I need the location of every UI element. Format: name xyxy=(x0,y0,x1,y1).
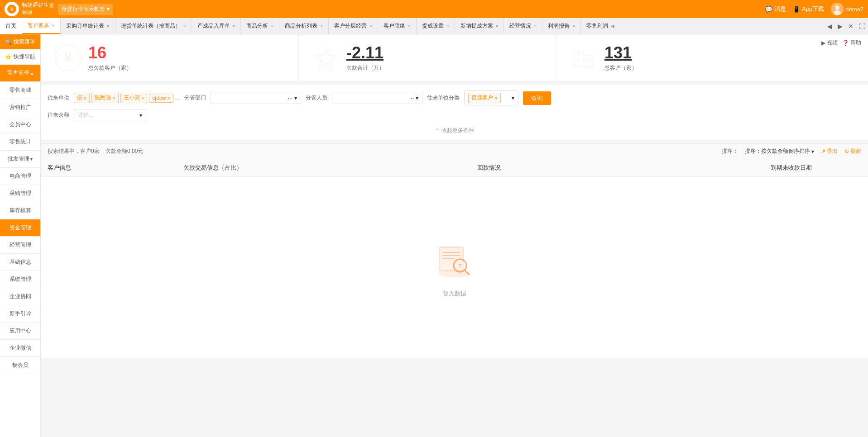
svg-point-7 xyxy=(321,52,331,63)
remove-tag-wang[interactable]: × xyxy=(141,95,144,101)
sidebar-item-basic-info[interactable]: 基础信息 xyxy=(0,254,40,271)
sort-label: 排序： xyxy=(722,147,738,155)
tab-retail-profit[interactable]: 零售利润 ◀ xyxy=(581,18,620,34)
collapse-button[interactable]: ⌃ 收起更多条件 xyxy=(435,127,474,134)
sidebar-item-retail-stats[interactable]: 零售统计 xyxy=(0,133,40,151)
refresh-icon: ↻ xyxy=(844,148,849,155)
sidebar-item-new-guide[interactable]: 新手引导 xyxy=(0,305,40,323)
sidebar-item-retail-mall[interactable]: 零售商城 xyxy=(0,82,40,99)
filter-row-2: 往来余额 选择... ▾ xyxy=(48,109,861,121)
tab-customer-ledger[interactable]: 客户账本 × xyxy=(22,18,61,34)
unit-category-label: 往来单位分类 xyxy=(427,94,460,102)
tab-home[interactable]: 首页 xyxy=(0,18,22,34)
yuan-circle-icon: ¥ xyxy=(54,44,82,71)
filter-tag-wu: 伍 × xyxy=(74,93,90,103)
remaining-select[interactable]: 选择... ▾ xyxy=(74,109,146,121)
sidebar-item-ecommerce[interactable]: 电商管理 xyxy=(0,168,40,185)
query-button[interactable]: 查询 xyxy=(523,91,551,105)
sidebar-item-inventory[interactable]: 库存核算 xyxy=(0,202,40,219)
export-icon: ↗ xyxy=(821,148,825,155)
svg-rect-11 xyxy=(577,58,580,60)
result-summary: 搜索结果中，客户0家 欠款金额0.00元 xyxy=(48,147,143,155)
close-tab-icon[interactable]: × xyxy=(52,23,55,28)
filter-tags: 伍 × 陈民强 × 王小亮 × cjttcw × ... xyxy=(74,93,180,103)
close-tab-icon[interactable]: × xyxy=(320,24,323,28)
close-tab-icon[interactable]: × xyxy=(271,24,273,28)
division-person-label: 分管人员 xyxy=(306,94,327,102)
svg-text:¥: ¥ xyxy=(10,6,14,12)
sidebar-item-marketing[interactable]: 营销推广 xyxy=(0,99,40,116)
sidebar-quick-nav[interactable]: ⭐ 快捷导航 xyxy=(0,49,40,65)
sidebar-item-enterprise-collab[interactable]: 企业协同 xyxy=(0,288,40,305)
sidebar-item-member-center[interactable]: 会员中心 xyxy=(0,116,40,133)
close-tab-icon[interactable]: × xyxy=(233,24,235,28)
tab-business-situation[interactable]: 经营情况 × xyxy=(504,18,542,34)
division-dept-label: 分管部门 xyxy=(184,94,206,102)
tab-product-analysis[interactable]: 商品分析 × xyxy=(241,18,279,34)
tab-profit-report[interactable]: 利润报告 × xyxy=(542,18,581,34)
tab-purchase-stats-by-product[interactable]: 进货单统计表（按商品） × xyxy=(115,18,192,34)
close-tab-icon[interactable]: × xyxy=(446,24,449,28)
division-dept-select[interactable]: ··· ▾ xyxy=(211,92,301,104)
sidebar-item-operations[interactable]: 经营管理 xyxy=(0,237,40,254)
tab-customer-contact[interactable]: 客户联络 × xyxy=(378,18,417,34)
sidebar: 🔍 搜索菜单 ⭐ 快捷导航 零售管理 ▴ 零售商城 营销推广 会员中心 零售统计… xyxy=(0,34,41,437)
close-tab-icon[interactable]: × xyxy=(107,24,110,28)
table-container: 客户信息 欠款交易信息（占比） 回款情况 到期未收款日期 xyxy=(41,159,868,358)
nav-maximize[interactable]: ⛶ xyxy=(856,23,868,30)
remove-category-tag[interactable]: × xyxy=(494,95,498,101)
svg-text:¥: ¥ xyxy=(64,50,72,64)
sidebar-item-system[interactable]: 系统管理 xyxy=(0,271,40,288)
tab-add-commission[interactable]: 新增提成方案 × xyxy=(455,18,504,34)
close-tab-icon[interactable]: × xyxy=(183,24,186,28)
close-tab-icon[interactable]: × xyxy=(572,24,575,28)
nav-left-arrow[interactable]: ◀ xyxy=(825,23,835,30)
app-download-btn[interactable]: 📱 App下载 xyxy=(793,5,824,13)
empty-text: 暂无数据 xyxy=(443,290,466,298)
company-selector[interactable]: 母婴行业演示帐套 ▾ xyxy=(58,4,113,15)
sidebar-item-wholesale[interactable]: 批发管理 ▾ xyxy=(0,151,40,168)
remaining-label: 往来余额 xyxy=(48,111,69,119)
stat-value-customers: 16 xyxy=(88,43,285,62)
tab-purchase-order-stats[interactable]: 采购订单统计表 × xyxy=(61,18,115,34)
close-tab-icon[interactable]: ◀ xyxy=(611,24,614,28)
filter-tag-wang: 王小亮 × xyxy=(120,93,147,103)
refresh-button[interactable]: ↻ 刷新 xyxy=(844,147,861,155)
tab-customer-segment[interactable]: 客户分层经营 × xyxy=(329,18,378,34)
division-person-select[interactable]: ··· ▾ xyxy=(332,92,422,104)
sort-select[interactable]: 排序：按欠款金额倒序排序 ▾ xyxy=(745,147,814,155)
sidebar-item-retail-management[interactable]: 零售管理 ▴ xyxy=(0,65,40,82)
remove-tag-wu[interactable]: × xyxy=(84,95,86,101)
avatar xyxy=(831,3,844,15)
sidebar-item-purchase[interactable]: 采购管理 xyxy=(0,185,40,202)
sidebar-item-finance[interactable]: 资金管理 xyxy=(0,219,40,237)
sidebar-item-member[interactable]: 畅会员 xyxy=(0,357,40,374)
tab-commission-settings[interactable]: 提成设置 × xyxy=(417,18,455,34)
stat-label-debt: 欠款合计（万） xyxy=(346,64,543,72)
remove-tag-cjttcw[interactable]: × xyxy=(167,95,170,101)
video-link[interactable]: ▶ 视频 xyxy=(821,39,838,47)
sidebar-item-enterprise-wechat[interactable]: 企业微信 xyxy=(0,340,40,357)
nav-close-all[interactable]: ✕ xyxy=(845,23,856,30)
user-menu[interactable]: demo2 xyxy=(831,3,863,15)
close-tab-icon[interactable]: × xyxy=(369,24,372,28)
tab-product-analysis-list[interactable]: 商品分析列表 × xyxy=(279,18,329,34)
close-tab-icon[interactable]: × xyxy=(408,24,411,28)
stat-info-debt: -2.11 欠款合计（万） xyxy=(346,43,543,72)
svg-point-3 xyxy=(835,5,839,10)
nav-right-arrow[interactable]: ▶ xyxy=(835,23,845,30)
filter-tag-chen: 陈民强 × xyxy=(91,93,118,103)
sidebar-item-app-center[interactable]: 应用中心 xyxy=(0,323,40,340)
close-tab-icon[interactable]: × xyxy=(534,24,537,28)
sidebar-search[interactable]: 🔍 搜索菜单 xyxy=(0,34,40,49)
close-tab-icon[interactable]: × xyxy=(496,24,499,28)
result-bar: 搜索结果中，客户0家 欠款金额0.00元 排序： 排序：按欠款金额倒序排序 ▾ … xyxy=(41,143,868,159)
tab-product-storage[interactable]: 产成品入库单 × xyxy=(192,18,241,34)
more-tags[interactable]: ... xyxy=(175,95,180,101)
message-btn[interactable]: 💬 消息 xyxy=(765,5,786,13)
stat-info-total: 131 总客户（家） xyxy=(604,43,801,72)
export-button[interactable]: ↗ 导出 xyxy=(821,147,838,155)
help-link[interactable]: ❓ 帮助 xyxy=(842,39,861,47)
unit-category-select[interactable]: 普通客户 × ▾ xyxy=(464,90,518,105)
remove-tag-chen[interactable]: × xyxy=(112,95,115,101)
